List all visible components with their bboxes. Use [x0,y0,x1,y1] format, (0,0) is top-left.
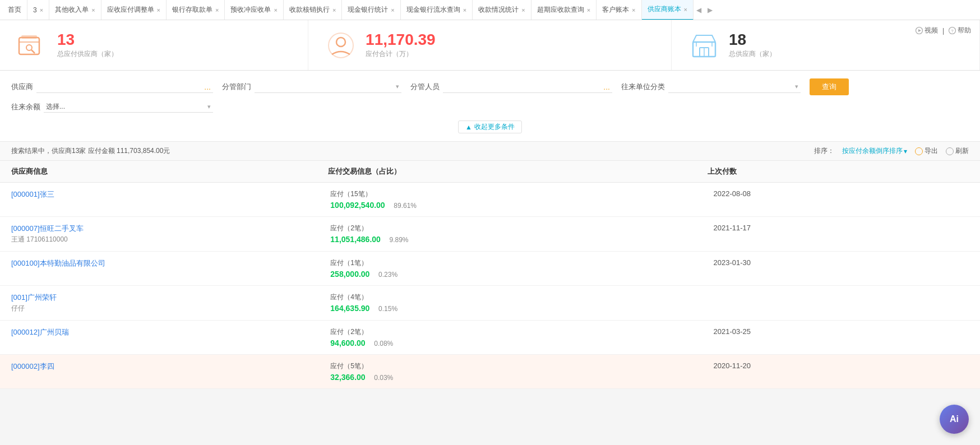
person-input[interactable] [443,81,612,93]
person-dots[interactable]: ... [603,82,610,91]
nav-tab-overdue-ap-close[interactable]: × [587,7,590,13]
supplier-link-2[interactable]: [000007]恒旺二手叉车 [11,224,84,233]
nav-tab-supplier-account-label: 供应商账本 [648,4,681,14]
col-header-payable: 应付交易信息（占比） [328,166,708,177]
nav-right-arrow[interactable]: ▶ [705,0,716,20]
payable-amount-4: 164,635.90 [330,304,369,313]
nav-tab-cash-bank-stat[interactable]: 现金银行统计 × [342,0,400,20]
nav-tab-bank-deposit-label: 银行存取款单 [172,5,212,15]
nav-tab-customer-account-close[interactable]: × [632,7,635,13]
sort-label: 排序： [814,146,834,156]
svg-marker-13 [918,29,921,32]
supplier-link-4[interactable]: [001]广州荣轩 [11,293,57,302]
collapse-button[interactable]: ▲ 收起更多条件 [458,120,522,133]
nav-tab-receipt-stat-close[interactable]: × [521,7,525,13]
export-button[interactable]: 导出 [915,146,938,156]
nav-tab-cash-bank-flow-label: 现金银行流水查询 [406,5,460,15]
person-label: 分管人员 [410,82,440,92]
sort-select[interactable]: 按应付余额倒序排序 ▾ [842,146,907,156]
payable-amount-6: 32,366.00 [330,373,365,382]
nav-tab-supplier-account[interactable]: 供应商账本 × [642,0,694,20]
dept-select[interactable] [257,83,394,91]
help-link[interactable]: ? 帮助 [949,26,971,35]
nav-tab-advance-match[interactable]: 预收冲应收单 × [225,0,283,20]
supplier-name-6: [000002]李四 [11,361,330,372]
stat-payable-info: 13 总应付供应商（家） [57,31,118,59]
supplier-link-3[interactable]: [000100]本特勤油品有限公司 [11,259,105,267]
stat-payable-number: 13 [57,31,118,49]
nav-tab-overdue-ap[interactable]: 超期应收款查询 × [531,0,597,20]
nav-tab-advance-match-label: 预收冲应收单 [230,5,271,15]
supplier-input[interactable] [36,81,213,93]
nav-tab-advance-match-close[interactable]: × [274,7,277,13]
table-row: [000001]张三 应付（15笔） 100,092,540.00 89.61%… [0,183,980,217]
payable-info-3: 应付（1笔） 258,000.00 0.23% [330,258,713,279]
payable-amount-5: 94,600.00 [330,339,365,347]
nav-tab-receipt-verify[interactable]: 收款核销执行 × [284,0,342,20]
nav-tab-ap-adjust-close[interactable]: × [157,7,160,13]
collapse-bar: ▲ 收起更多条件 [11,118,969,137]
supplier-name-4: [001]广州荣轩 [11,293,330,303]
payable-pct-6: 0.03% [374,374,393,382]
supplier-label: 供应商 [11,82,33,92]
nav-tab-receipt-stat[interactable]: 收款情况统计 × [473,0,531,20]
category-select-wrap[interactable]: ▾ [668,81,801,93]
supplier-sub-2: 王通 17106110000 [11,235,330,244]
payable-pct-4: 0.15% [378,305,397,313]
supplier-info-3: [000100]本特勤油品有限公司 [11,258,330,268]
results-right: 排序： 按应付余额倒序排序 ▾ 导出 刷新 [814,146,969,156]
nav-left-arrow[interactable]: ◀ [694,0,705,20]
nav-tab-3[interactable]: 3 × [27,0,49,20]
nav-tab-ap-adjust[interactable]: 应收应付调整单 × [101,0,167,20]
query-button[interactable]: 查询 [810,78,849,95]
category-select[interactable] [671,83,793,91]
nav-tab-customer-account[interactable]: 客户账本 × [597,0,641,20]
nav-tab-cash-bank-flow[interactable]: 现金银行流水查询 × [401,0,473,20]
payable-pct-3: 0.23% [378,271,397,279]
nav-tab-other-income-close[interactable]: × [91,7,95,13]
supplier-link-5[interactable]: [000012]广州贝瑞 [11,328,69,336]
nav-tab-receipt-verify-close[interactable]: × [332,7,336,13]
supplier-info-1: [000001]张三 [11,189,330,200]
nav-tab-bank-deposit[interactable]: 银行存取款单 × [167,0,225,20]
nav-tab-other-income[interactable]: 其他收入单 × [49,0,101,20]
refresh-label: 刷新 [955,146,969,156]
nav-tab-cash-bank-stat-close[interactable]: × [391,7,394,13]
top-navigation: 首页 3 × 其他收入单 × 应收应付调整单 × 银行存取款单 × 预收冲应收单… [0,0,980,20]
balance-select-wrap[interactable]: 选择... ▾ [44,101,213,113]
dept-select-wrap[interactable]: ▾ [255,81,401,93]
last-pay-5: 2021-03-25 [714,327,969,336]
svg-text:?: ? [951,29,954,34]
refresh-button[interactable]: 刷新 [946,146,969,156]
stat-total-info: 11,170.39 应付合计（万） [366,31,436,59]
category-label: 往来单位分类 [621,82,665,92]
balance-chevron-icon: ▾ [207,103,211,110]
search-row-2: 往来余额 选择... ▾ [11,101,969,113]
nav-tab-home-label: 首页 [8,5,21,15]
refresh-icon [946,147,954,155]
nav-tab-other-income-label: 其他收入单 [55,5,89,15]
table-row: [001]广州荣轩 仔仔 应付（4笔） 164,635.90 0.15% [0,286,980,321]
export-icon [915,147,923,155]
table-row: [000002]李四 应付（5笔） 32,366.00 0.03% 2020-1… [0,355,980,389]
collapse-label: 收起更多条件 [474,122,515,132]
payable-amount-2: 11,051,486.00 [330,235,381,244]
supplier-link-6[interactable]: [000002]李四 [11,362,54,370]
balance-select[interactable]: 选择... [46,103,205,110]
nav-tab-home[interactable]: 首页 [2,0,27,20]
svg-point-3 [26,45,32,50]
nav-tab-3-close[interactable]: × [40,7,43,13]
payable-label-4: 应付（4笔） [330,293,713,302]
supplier-name-3: [000100]本特勤油品有限公司 [11,258,330,268]
nav-tab-cash-bank-stat-label: 现金银行统计 [348,5,388,15]
supplier-dots[interactable]: ... [204,82,211,91]
payable-label-3: 应付（1笔） [330,258,713,268]
supplier-link-1[interactable]: [000001]张三 [11,190,54,198]
nav-tab-supplier-account-close[interactable]: × [684,6,687,13]
supplier-info-5: [000012]广州贝瑞 [11,327,330,337]
video-link[interactable]: 视频 [916,26,938,35]
nav-tab-ap-adjust-label: 应收应付调整单 [107,5,154,15]
nav-tab-cash-bank-flow-close[interactable]: × [463,7,466,13]
table-row: [000100]本特勤油品有限公司 应付（1笔） 258,000.00 0.23… [0,252,980,286]
nav-tab-bank-deposit-close[interactable]: × [215,7,219,13]
